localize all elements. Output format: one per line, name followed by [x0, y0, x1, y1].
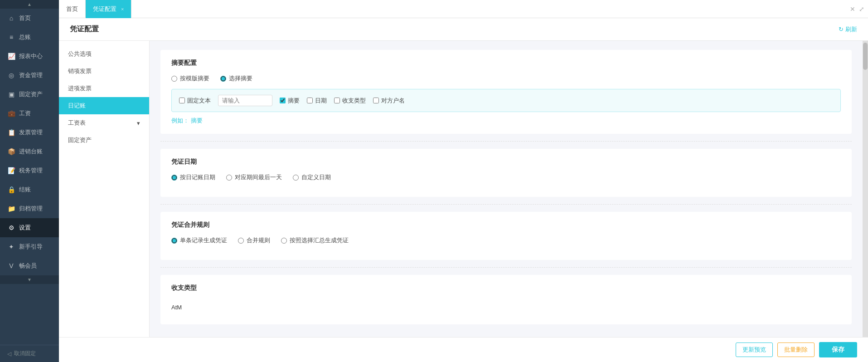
- sidebar-unpin-label: 取消固定: [14, 350, 36, 357]
- radio-custom-date[interactable]: 自定义日期: [293, 173, 331, 181]
- sidebar-item-report[interactable]: 📈 报表中心: [0, 47, 59, 66]
- tab-home-label: 首页: [66, 5, 78, 13]
- radio-merge-input[interactable]: [238, 238, 244, 244]
- left-nav: 公共选项 销项发票 进项发票 日记账 工资表 ▾ 固定资产: [59, 41, 150, 337]
- radio-template-summary[interactable]: 按模版摘要: [171, 74, 209, 83]
- nav-purchase-invoice[interactable]: 进项发票: [59, 80, 149, 97]
- checkbox-income-type[interactable]: 收支类型: [334, 97, 366, 105]
- refresh-button[interactable]: ↻ 刷新: [839, 25, 857, 34]
- checkbox-summary-input[interactable]: [280, 98, 286, 103]
- radio-due-date-input[interactable]: [226, 175, 232, 181]
- sidebar-scroll-down[interactable]: ▼: [0, 275, 59, 284]
- radio-due-date[interactable]: 对应期间最后一天: [226, 173, 282, 181]
- radio-select-input[interactable]: [220, 76, 226, 82]
- checkbox-summary[interactable]: 摘要: [280, 97, 300, 105]
- divider-2: [160, 204, 852, 205]
- pin-icon: ◁: [7, 351, 11, 357]
- tab-config-label: 凭证配置: [93, 5, 116, 13]
- fixed-text-label: 固定文本: [187, 97, 211, 105]
- nav-fixed-assets[interactable]: 固定资产: [59, 132, 149, 149]
- home-icon: ⌂: [7, 15, 15, 22]
- sidebar-item-settings[interactable]: ⚙ 设置: [0, 218, 59, 237]
- window-close-icon[interactable]: ✕: [850, 5, 855, 13]
- tab-home[interactable]: 首页: [59, 0, 86, 18]
- radio-template-label: 按模版摘要: [180, 74, 209, 83]
- checkbox-fixed-text[interactable]: 固定文本: [179, 97, 211, 105]
- merge-title: 凭证合并规则: [171, 221, 841, 229]
- merge-radio-group: 单条记录生成凭证 合并规则 按照选择汇总生成凭证: [171, 236, 841, 245]
- bottom-bar: 更新预览 批量删除 保存: [59, 337, 868, 362]
- income-section: 收支类型 AtM: [160, 275, 852, 324]
- radio-batch-input[interactable]: [281, 238, 287, 244]
- tab-bar: 首页 凭证配置 × ✕ ⤢: [59, 0, 868, 18]
- income-type-label: 收支类型: [342, 97, 366, 105]
- sidebar-item-archive-label: 归档管理: [19, 205, 43, 213]
- sidebar-item-funds[interactable]: ◎ 资金管理: [0, 66, 59, 85]
- radio-merge[interactable]: 合并规则: [238, 236, 270, 245]
- sidebar-item-vip[interactable]: V 畅会员: [0, 256, 59, 275]
- radio-single-label: 单条记录生成凭证: [180, 236, 227, 245]
- date-title: 凭证日期: [171, 158, 841, 166]
- sidebar-item-payroll[interactable]: 💼 工资: [0, 104, 59, 123]
- income-title: 收支类型: [171, 284, 841, 292]
- sidebar-scroll-up[interactable]: ▲: [0, 0, 59, 9]
- outer-scrollbar[interactable]: [863, 41, 868, 337]
- checkbox-date-input[interactable]: [307, 98, 313, 103]
- tab-bar-actions: ✕ ⤢: [850, 5, 868, 13]
- tab-config[interactable]: 凭证配置 ×: [86, 0, 131, 18]
- sidebar-item-assets-label: 固定资产: [19, 90, 43, 98]
- nav-payroll-table[interactable]: 工资表 ▾: [59, 114, 149, 132]
- checkbox-fixed-text-input[interactable]: [179, 98, 185, 103]
- sidebar-item-inout[interactable]: 📦 进销台账: [0, 142, 59, 161]
- sidebar-item-archive[interactable]: 📁 归档管理: [0, 199, 59, 218]
- sidebar-item-tax[interactable]: 📝 税务管理: [0, 161, 59, 180]
- radio-single[interactable]: 单条记录生成凭证: [171, 236, 227, 245]
- checkbox-counterpart[interactable]: 对方户名: [373, 97, 405, 105]
- atm-text: AtM: [171, 299, 841, 315]
- radio-template-input[interactable]: [171, 76, 177, 82]
- radio-custom-date-input[interactable]: [293, 175, 299, 181]
- payroll-icon: 💼: [7, 110, 15, 117]
- sidebar-unpin[interactable]: ◁ 取消固定: [0, 345, 59, 362]
- radio-select-summary[interactable]: 选择摘要: [220, 74, 252, 83]
- sidebar-item-assets[interactable]: ▣ 固定资产: [0, 85, 59, 104]
- checkbox-counterpart-input[interactable]: [373, 98, 379, 103]
- example-text: 例如： 摘要: [171, 117, 841, 125]
- scrollbar-thumb[interactable]: [863, 43, 868, 70]
- sidebar-item-report-label: 报表中心: [19, 52, 43, 60]
- radio-batch[interactable]: 按照选择汇总生成凭证: [281, 236, 349, 245]
- archive-icon: 📁: [7, 205, 15, 212]
- sidebar-item-ledger[interactable]: ≡ 总账: [0, 28, 59, 47]
- sidebar-item-invoice[interactable]: 📋 发票管理: [0, 123, 59, 142]
- sidebar-item-home[interactable]: ⌂ 首页: [0, 9, 59, 28]
- radio-custom-date-label: 自定义日期: [301, 173, 331, 181]
- summary-title: 摘要配置: [171, 59, 841, 67]
- window-maximize-icon[interactable]: ⤢: [859, 5, 864, 13]
- update-preview-button[interactable]: 更新预览: [736, 342, 773, 357]
- checkbox-date[interactable]: 日期: [307, 97, 327, 105]
- merge-section: 凭证合并规则 单条记录生成凭证 合并规则 按照选择汇总生成凭证: [160, 212, 852, 260]
- radio-journal-date-input[interactable]: [171, 175, 177, 181]
- funds-icon: ◎: [7, 72, 15, 79]
- nav-sales-invoice[interactable]: 销项发票: [59, 63, 149, 80]
- sidebar-item-payroll-label: 工资: [19, 109, 31, 117]
- assets-icon: ▣: [7, 91, 15, 98]
- counterpart-label: 对方户名: [381, 97, 405, 105]
- tab-close-icon[interactable]: ×: [121, 6, 124, 12]
- fixed-text-input[interactable]: [218, 95, 272, 106]
- example-prefix: 例如：: [171, 117, 189, 124]
- inout-icon: 📦: [7, 148, 15, 155]
- save-button[interactable]: 保存: [819, 342, 857, 357]
- nav-public[interactable]: 公共选项: [59, 45, 149, 63]
- date-label: 日期: [315, 97, 327, 105]
- nav-journal[interactable]: 日记账: [59, 97, 149, 114]
- sidebar-item-close[interactable]: 🔒 结账: [0, 180, 59, 199]
- radio-journal-date[interactable]: 按日记账日期: [171, 173, 215, 181]
- radio-single-input[interactable]: [171, 238, 177, 244]
- radio-journal-date-label: 按日记账日期: [180, 173, 215, 181]
- refresh-label: 刷新: [845, 25, 857, 34]
- batch-delete-button[interactable]: 批量删除: [777, 342, 815, 357]
- checkbox-income-type-input[interactable]: [334, 98, 340, 103]
- sidebar-item-guide[interactable]: ✦ 新手引导: [0, 237, 59, 256]
- sidebar-item-funds-label: 资金管理: [19, 71, 43, 79]
